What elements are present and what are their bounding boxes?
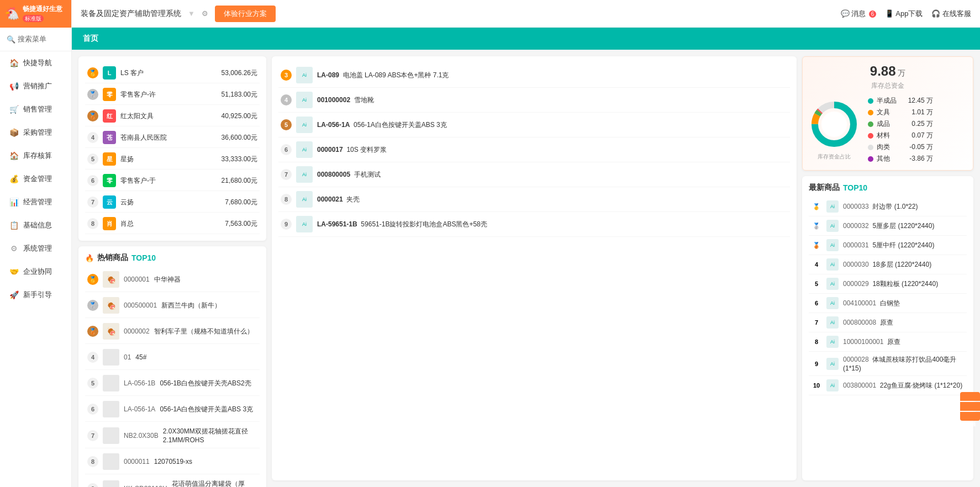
product-name-4: 056-1B白色按键开关壳ABS2壳 xyxy=(160,379,257,388)
sidebar-item-operation[interactable]: 📊经营管理 xyxy=(0,190,71,214)
product-code-8: KK-SD22110H xyxy=(124,485,167,487)
float-btn-2[interactable]: 直播 xyxy=(960,412,980,421)
topbar-right: 💬 消息 6 📱 App下载 🎧 在线客服 xyxy=(841,9,971,19)
product-name-0: 中华神器 xyxy=(154,275,257,284)
product-code-0: 0000001 xyxy=(124,276,150,283)
sidebar-item-basic[interactable]: 📋基础信息 xyxy=(0,214,71,237)
new-product-item-7: 8 Ai 10000100001 原查 xyxy=(809,332,967,352)
mid-name-2: LA-056-1A 056-1A白色按键开关盖ABS 3克 xyxy=(317,120,788,130)
sidebar-item-enterprise[interactable]: 🤝企业协同 xyxy=(0,260,71,283)
mid-thumb-3: Ai xyxy=(296,141,313,158)
hot-rank-4: 5 xyxy=(87,378,98,389)
mid-name-1: 001000002 雪地靴 xyxy=(317,96,788,105)
mid-name-4: 000800005 手机测试 xyxy=(317,170,788,179)
legend-name-0: 半成品 xyxy=(877,96,897,105)
legend-item-1: 文具 1.01 万 xyxy=(868,108,933,117)
customer-name-2: 红太阳文具 xyxy=(120,112,217,121)
customer-avatar-4: 星 xyxy=(103,152,116,166)
hot-product-left-item: 5 LA-056-1B 056-1B白色按键开关壳ABS2壳 xyxy=(85,371,260,396)
middle-product-item: 3 Ai LA-089 电池盖 LA-089 ABS本色+黑种 7.1克 xyxy=(278,63,790,88)
legend-val-4: -0.05 万 xyxy=(900,142,933,152)
sidebar-search-area[interactable]: 🔍 搜索菜单 xyxy=(0,28,71,51)
mid-rank-2: 5 xyxy=(281,119,292,130)
customer-rank-item: 4 苍 苍南县人民医院 36,600.00元 xyxy=(85,128,260,148)
middle-product-list: 3 Ai LA-089 电池盖 LA-089 ABS本色+黑种 7.1克 4 A… xyxy=(278,63,790,237)
mid-thumb-0: Ai xyxy=(296,67,313,83)
rank-num-2: 🥉 xyxy=(87,110,98,121)
hot-product-left-item: 7 NB2.0X30B 2.0X30MM双搓花轴搓花直径2.1MM/ROHS xyxy=(85,423,260,448)
product-name-2: 智利车子里（规格不知道填什么） xyxy=(154,327,257,336)
gear-icon[interactable]: ⚙ xyxy=(202,9,208,18)
app-download-link[interactable]: 📱 App下载 xyxy=(885,9,923,19)
hot-rank-2: 🥉 xyxy=(87,326,98,337)
new-products-list: 🥇 Ai 0000033 封边带 (1.0*22) 🥈 Ai 0000032 5… xyxy=(809,197,967,395)
system-name: 装备及固定资产辅助管理系统 xyxy=(81,9,181,19)
notifications-icon: 💬 xyxy=(841,9,850,18)
tab-home[interactable]: 首页 xyxy=(72,28,109,50)
sidebar-item-finance[interactable]: 💰资金管理 xyxy=(0,167,71,190)
product-code-3: 01 xyxy=(124,353,131,361)
hot-product-left-item: 9 KK-SD22110H 花语萌值温分离罐袋（厚款） xyxy=(85,475,260,487)
trial-button[interactable]: 体验行业方案 xyxy=(215,6,276,22)
new-rank-7: 8 xyxy=(811,336,822,347)
rank-num-4: 5 xyxy=(87,153,98,165)
new-thumb-1: Ai xyxy=(826,220,839,232)
sidebar-item-marketing[interactable]: 📢营销推广 xyxy=(0,75,71,98)
legend-dot-2 xyxy=(868,121,873,127)
legend-item-5: 其他 -3.86 万 xyxy=(868,154,933,163)
phone-icon: 📱 xyxy=(885,9,894,18)
product-name-3: 45# xyxy=(135,353,257,361)
legend-val-2: 0.25 万 xyxy=(900,119,933,129)
customer-avatar-1: 零 xyxy=(103,88,116,101)
svg-point-5 xyxy=(821,112,847,137)
product-thumb-0: 🍖 xyxy=(103,271,119,288)
sidebar-logo-text: 畅捷通好生意 xyxy=(23,5,62,14)
product-thumb-8 xyxy=(103,480,119,487)
sidebar-label-finance: 资金管理 xyxy=(23,174,52,184)
purchase-icon: 📦 xyxy=(9,128,19,137)
sidebar-item-system[interactable]: ⚙系统管理 xyxy=(0,237,71,260)
inventory-unit: 万 xyxy=(898,68,905,77)
sidebar-item-inventory[interactable]: 🏠库存核算 xyxy=(0,144,71,167)
sidebar-item-guide[interactable]: 🚀新手引导 xyxy=(0,283,71,306)
new-product-name-8: 0000028 体城蔗枝味苏打饮品400毫升 (1*15) xyxy=(843,355,965,372)
notifications-label: 消息 xyxy=(851,9,866,18)
new-rank-9: 10 xyxy=(811,380,822,391)
product-name-5: 056-1A白色按键开关盖ABS 3克 xyxy=(160,405,257,414)
sales-icon: 🛒 xyxy=(9,104,19,114)
sidebar-item-quick-nav[interactable]: 🏠快捷导航 xyxy=(0,51,71,75)
fire-icon: 🔥 xyxy=(85,254,94,262)
customer-avatar-2: 红 xyxy=(103,109,116,123)
product-code-7: 0000011 xyxy=(124,458,150,465)
sidebar-item-sales[interactable]: 🛒销售管理 xyxy=(0,98,71,121)
new-product-item-8: 9 Ai 0000028 体城蔗枝味苏打饮品400毫升 (1*15) xyxy=(809,352,967,376)
mid-thumb-2: Ai xyxy=(296,117,313,133)
rank-num-6: 7 xyxy=(87,197,98,208)
float-btn-0[interactable]: 客服热线 xyxy=(960,392,980,401)
hot-product-left-item: 🥇 🍖 0000001 中华神器 xyxy=(85,267,260,292)
customer-name-1: 零售客户-许 xyxy=(120,90,217,99)
new-thumb-7: Ai xyxy=(826,336,839,348)
hot-product-left-item: 8 0000011 12070519-xs xyxy=(85,449,260,474)
sidebar-item-purchase[interactable]: 📦采购管理 xyxy=(0,121,71,144)
legend-val-1: 1.01 万 xyxy=(900,108,933,117)
float-btn-1[interactable]: 服务社区 xyxy=(960,402,980,411)
mid-thumb-1: Ai xyxy=(296,92,313,108)
new-product-name-2: 0000031 5厘中纤 (1220*2440) xyxy=(843,241,965,250)
online-service-link[interactable]: 🎧 在线客服 xyxy=(931,9,971,19)
notifications-link[interactable]: 💬 消息 6 xyxy=(841,9,877,19)
legend-item-2: 成品 0.25 万 xyxy=(868,119,933,129)
product-thumb-7 xyxy=(103,453,119,470)
customer-value-4: 33,333.00元 xyxy=(222,155,257,164)
hot-rank-5: 6 xyxy=(87,404,98,415)
mid-name-3: 0000017 10S 变料罗浆 xyxy=(317,145,788,155)
new-product-item-1: 🥈 Ai 0000032 5厘多层 (1220*2440) xyxy=(809,216,967,236)
customer-rank-item: 🥇 L LS 客户 53,006.26元 xyxy=(85,63,260,83)
new-product-item-5: 6 Ai 004100001 白钢垫 xyxy=(809,294,967,313)
customer-rank-item: 5 星 星扬 33,333.00元 xyxy=(85,149,260,170)
online-service-label: 在线客服 xyxy=(942,9,971,18)
inventory-legend: 半成品 12.45 万 文具 1.01 万 成品 0.25 万 材料 0.07 … xyxy=(868,96,933,163)
legend-name-2: 成品 xyxy=(877,119,897,129)
search-menu-button[interactable]: 🔍 搜索菜单 xyxy=(4,32,67,46)
customer-name-0: LS 客户 xyxy=(120,68,217,78)
